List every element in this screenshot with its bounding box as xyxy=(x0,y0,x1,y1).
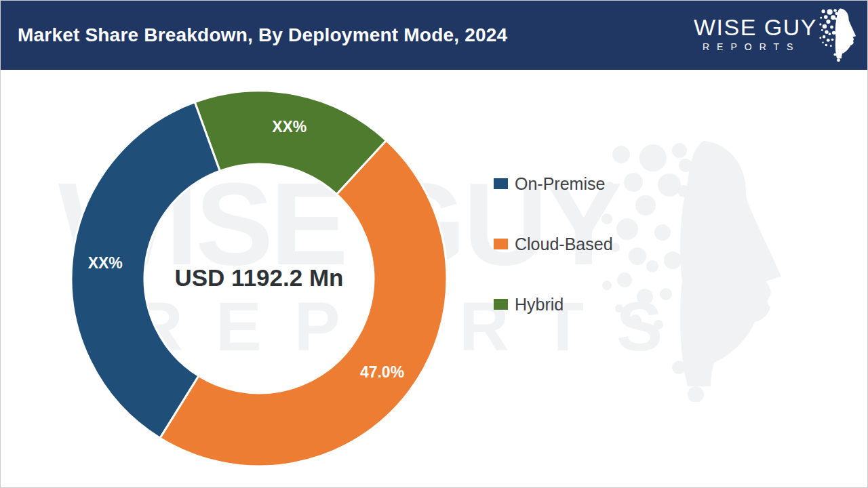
legend-item-cloud-based: Cloud-Based xyxy=(494,233,613,255)
slice-label: XX% xyxy=(88,254,123,272)
legend-swatch-icon xyxy=(494,299,508,310)
legend-item-on-premise: On-Premise xyxy=(494,173,613,195)
donut-chart: XX%47.0%XX% xyxy=(1,1,868,488)
legend-label: Hybrid xyxy=(515,295,564,314)
chart-legend: On-Premise Cloud-Based Hybrid xyxy=(494,173,613,315)
slice-label: 47.0% xyxy=(360,363,404,381)
legend-swatch-icon xyxy=(494,178,508,189)
report-page: WISE GUY REPORTS Market Share Breakdown,… xyxy=(0,0,868,488)
slice-label: XX% xyxy=(272,118,307,136)
legend-item-hybrid: Hybrid xyxy=(494,293,613,315)
legend-swatch-icon xyxy=(494,239,508,249)
legend-label: Cloud-Based xyxy=(515,235,613,254)
donut-slice-cloud-based xyxy=(160,140,447,466)
donut-center-value: USD 1192.2 Mn xyxy=(175,264,344,291)
legend-label: On-Premise xyxy=(515,174,605,194)
